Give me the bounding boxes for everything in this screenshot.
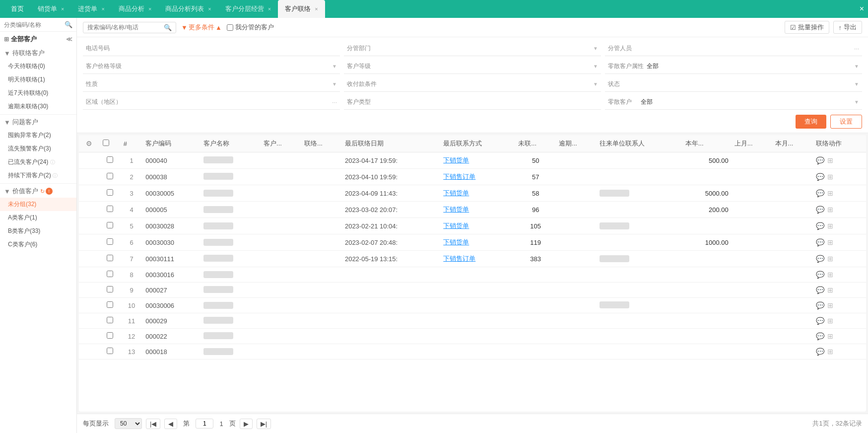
row-checkbox-cell[interactable] bbox=[100, 185, 121, 202]
row-checkbox[interactable] bbox=[107, 317, 113, 323]
row-checkbox[interactable] bbox=[107, 222, 113, 228]
row-checkbox-cell[interactable] bbox=[100, 202, 121, 218]
batch-op-button[interactable]: ☑ 批量操作 bbox=[785, 21, 829, 34]
chat-icon[interactable]: 💬 bbox=[816, 222, 824, 230]
group-problem-customers[interactable]: ▼ 问题客户 bbox=[0, 116, 76, 129]
filter-staff-input[interactable] bbox=[641, 45, 851, 52]
chevron-down-icon-nature[interactable]: ▼ bbox=[332, 81, 337, 87]
chat-icon[interactable]: 💬 bbox=[816, 238, 824, 246]
chevron-down-icon-sparse[interactable]: ▼ bbox=[854, 64, 859, 69]
row-checkbox[interactable] bbox=[107, 348, 113, 354]
chat-icon[interactable]: 💬 bbox=[816, 286, 824, 294]
nav-purchase-close[interactable]: × bbox=[101, 0, 104, 18]
collapse-icon[interactable]: ≪ bbox=[66, 36, 72, 43]
filter-region-input[interactable] bbox=[125, 99, 329, 106]
query-button[interactable]: 查询 bbox=[796, 115, 826, 129]
nav-customer-contact[interactable]: 客户联络 × bbox=[278, 0, 325, 18]
row-checkbox-cell[interactable] bbox=[100, 169, 121, 185]
row-checkbox[interactable] bbox=[107, 301, 113, 308]
row-checkbox[interactable] bbox=[107, 332, 113, 339]
row-lastmethod[interactable] bbox=[440, 283, 515, 298]
sidebar-item-today[interactable]: 今天待联络(0) bbox=[0, 60, 76, 73]
group-pending-contact[interactable]: ▼ 待联络客户 bbox=[0, 47, 76, 60]
more-action-icon[interactable]: ⊞ bbox=[827, 222, 833, 230]
sidebar-item-class-b[interactable]: B类客户(33) bbox=[0, 224, 76, 238]
more-action-icon[interactable]: ⊞ bbox=[827, 206, 833, 214]
last-method-link[interactable]: 下销货单 bbox=[443, 222, 469, 229]
row-checkbox-cell[interactable] bbox=[100, 251, 121, 267]
prev-page-button[interactable]: ◀ bbox=[164, 419, 177, 429]
chat-icon[interactable]: 💬 bbox=[816, 156, 824, 164]
col-gear[interactable]: ⚙ bbox=[79, 135, 100, 152]
filter-payment-input[interactable] bbox=[380, 81, 590, 88]
chevron-down-icon-tier[interactable]: ▼ bbox=[593, 64, 598, 69]
sidebar-item-class-c[interactable]: C类客户(6) bbox=[0, 238, 76, 251]
filter-price-tier-input[interactable] bbox=[125, 63, 329, 70]
my-customers-check-input[interactable] bbox=[227, 24, 233, 31]
filter-sparse-customer-input[interactable] bbox=[641, 99, 851, 106]
more-action-icon[interactable]: ⊞ bbox=[827, 255, 833, 263]
gear-icon[interactable]: ⚙ bbox=[86, 140, 92, 147]
row-lastmethod[interactable]: 下销货单 bbox=[440, 218, 515, 234]
group-value-customers[interactable]: ▼ 价值客户 ↻ ! bbox=[0, 185, 76, 198]
row-lastmethod[interactable] bbox=[440, 313, 515, 329]
sidebar-item-tomorrow[interactable]: 明天待联络(1) bbox=[0, 73, 76, 86]
filter-nature-input[interactable] bbox=[119, 81, 329, 88]
chevron-down-icon-payment[interactable]: ▼ bbox=[593, 81, 598, 87]
my-customers-checkbox[interactable]: 我分管的客户 bbox=[227, 23, 274, 32]
more-action-icon[interactable]: ⊞ bbox=[827, 348, 833, 356]
export-button[interactable]: ↑ 导出 bbox=[833, 21, 863, 34]
sidebar-item-lost[interactable]: 已流失客户(24) ⓘ bbox=[0, 155, 76, 169]
chat-icon[interactable]: 💬 bbox=[816, 255, 824, 263]
row-lastmethod[interactable] bbox=[440, 267, 515, 283]
chat-icon[interactable]: 💬 bbox=[816, 173, 824, 181]
nav-customer-tier-close[interactable]: × bbox=[268, 0, 271, 18]
row-lastmethod[interactable] bbox=[440, 298, 515, 313]
first-page-button[interactable]: |◀ bbox=[146, 419, 160, 429]
row-checkbox-cell[interactable] bbox=[100, 152, 121, 169]
window-close-icon[interactable]: × bbox=[860, 4, 864, 13]
chat-icon[interactable]: 💬 bbox=[816, 317, 824, 325]
page-size-select[interactable]: 50 100 bbox=[115, 418, 142, 429]
row-checkbox-cell[interactable] bbox=[100, 329, 121, 344]
sidebar-search-input[interactable] bbox=[4, 21, 63, 28]
row-checkbox-cell[interactable] bbox=[100, 313, 121, 329]
filter-dept-input[interactable] bbox=[380, 45, 590, 52]
row-lastmethod[interactable]: 下销货单 bbox=[440, 185, 515, 202]
row-lastmethod[interactable]: 下销货单 bbox=[440, 152, 515, 169]
row-checkbox[interactable] bbox=[107, 286, 113, 292]
row-checkbox[interactable] bbox=[107, 173, 113, 179]
col-checkbox[interactable] bbox=[100, 135, 121, 152]
more-conditions[interactable]: ▼ 更多条件 ▲ bbox=[181, 23, 222, 32]
more-action-icon[interactable]: ⊞ bbox=[827, 301, 833, 309]
all-customers-header[interactable]: ⊞ 全部客户 ≪ bbox=[0, 32, 76, 47]
nav-customer-tier[interactable]: 客户分层经营 × bbox=[218, 0, 278, 18]
last-method-link[interactable]: 下销货单 bbox=[443, 189, 469, 197]
nav-home[interactable]: 首页 bbox=[4, 0, 31, 18]
filter-status-input[interactable] bbox=[641, 81, 851, 88]
sidebar-item-class-a[interactable]: A类客户(1) bbox=[0, 211, 76, 224]
sidebar-item-7days[interactable]: 近7天待联络(0) bbox=[0, 86, 76, 100]
sidebar-item-warn-lost[interactable]: 流失预警客户(3) bbox=[0, 142, 76, 155]
chat-icon[interactable]: 💬 bbox=[816, 271, 824, 279]
select-all-checkbox[interactable] bbox=[103, 140, 109, 146]
row-checkbox-cell[interactable] bbox=[100, 344, 121, 360]
sidebar-item-overdue[interactable]: 逾期未联络(30) bbox=[0, 100, 76, 113]
more-action-icon[interactable]: ⊞ bbox=[827, 173, 833, 181]
row-checkbox[interactable] bbox=[107, 156, 113, 163]
sidebar-item-abnormal[interactable]: 囤购异常客户(2) bbox=[0, 129, 76, 142]
row-checkbox-cell[interactable] bbox=[100, 218, 121, 234]
chat-icon[interactable]: 💬 bbox=[816, 301, 824, 309]
sidebar-search-icon[interactable]: 🔍 bbox=[65, 21, 72, 28]
row-checkbox[interactable] bbox=[107, 255, 113, 261]
filter-phone-input[interactable] bbox=[119, 45, 337, 52]
row-checkbox[interactable] bbox=[107, 206, 113, 212]
nav-sales[interactable]: 销货单 × bbox=[31, 0, 71, 18]
nav-sales-close[interactable]: × bbox=[61, 0, 64, 18]
dots-icon-staff[interactable]: ··· bbox=[854, 45, 859, 52]
filter-customer-tier-input[interactable] bbox=[380, 63, 590, 70]
page-input[interactable] bbox=[196, 419, 213, 429]
row-checkbox-cell[interactable] bbox=[100, 283, 121, 298]
sidebar-item-declining[interactable]: 持续下滑客户(2) ⓘ bbox=[0, 169, 76, 182]
row-checkbox[interactable] bbox=[107, 271, 113, 277]
